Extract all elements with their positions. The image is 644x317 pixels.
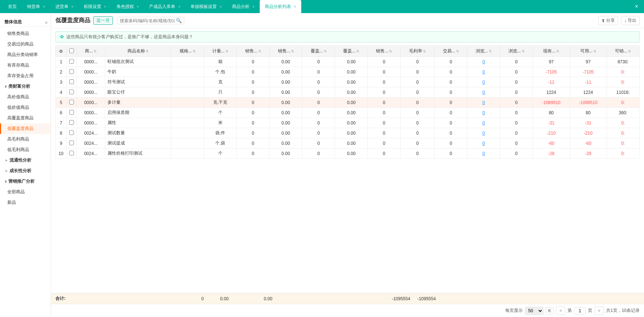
row-checkbox[interactable] xyxy=(69,79,74,84)
col-checkbox[interactable] xyxy=(67,46,77,57)
cell-browse1[interactable]: 0 xyxy=(467,128,500,138)
cell-browse1[interactable]: 0 xyxy=(467,87,500,98)
filter-recent-btn[interactable]: 近一月 xyxy=(93,16,113,25)
cell-browse1[interactable]: 0 xyxy=(467,67,500,77)
sort-icon-sales-qty: ⇅ xyxy=(258,49,261,53)
cell-browse1[interactable]: 0 xyxy=(467,98,500,108)
nav-close-analysis-list[interactable]: × xyxy=(294,5,296,9)
col-browse2[interactable]: 浏览...⇅ xyxy=(500,46,533,57)
row-checkbox[interactable] xyxy=(69,110,74,115)
nav-close-analysis[interactable]: × xyxy=(252,5,255,9)
cell-browse1[interactable]: 0 xyxy=(467,57,500,67)
col-unit[interactable]: 计量...⇅ xyxy=(204,46,237,57)
cell-browse1[interactable]: 0 xyxy=(467,118,500,128)
cell-checkbox[interactable] xyxy=(67,67,77,77)
sidebar-item-all-goods[interactable]: 全部商品 xyxy=(0,187,51,197)
cell-checkbox[interactable] xyxy=(67,118,77,128)
nav-close-permission[interactable]: × xyxy=(104,5,106,9)
cell-browse1[interactable]: 0 xyxy=(467,108,500,118)
nav-close-role[interactable]: × xyxy=(137,5,139,9)
col-browse1[interactable]: 浏览...⇅ xyxy=(467,46,500,57)
sidebar-item-traded-goods[interactable]: 交易过的商品 xyxy=(0,39,51,49)
nav-close-template[interactable]: × xyxy=(220,5,222,9)
sidebar-section-marketing[interactable]: ∨ 营销推广分析 xyxy=(0,176,51,187)
row-checkbox[interactable] xyxy=(69,90,74,94)
nav-item-analysis[interactable]: 商品分析 × xyxy=(227,0,260,13)
nav-item-template[interactable]: 单据模板设置 × xyxy=(185,0,227,13)
row-checkbox[interactable] xyxy=(69,100,74,104)
window-close-btn[interactable]: × xyxy=(632,3,641,10)
sidebar-item-high-value[interactable]: 高价值商品 xyxy=(0,92,51,102)
col-stock2[interactable]: 可用...⇅ xyxy=(570,46,606,57)
col-sales3[interactable]: 销售...⇅ xyxy=(368,46,400,57)
table-container[interactable]: ⚙ 商...⇅ 商品名称⇅ 规格...⇅ 计量...⇅ 销售...⇅ 销售...… xyxy=(55,45,640,293)
sidebar-item-high-profit[interactable]: 高毛利商品 xyxy=(0,134,51,144)
col-cov2[interactable]: 覆盖...⇅ xyxy=(335,46,368,57)
sidebar-section-wealth[interactable]: ∨ 类财富分析 xyxy=(0,81,51,92)
cell-checkbox[interactable] xyxy=(67,98,77,108)
nav-item-role[interactable]: 角色授权 × xyxy=(111,0,144,13)
search-input[interactable] xyxy=(120,18,174,23)
cell-checkbox[interactable] xyxy=(67,77,77,87)
cell-browse1[interactable]: 0 xyxy=(467,148,500,159)
col-name[interactable]: 商品名称⇅ xyxy=(105,46,171,57)
col-settings[interactable]: ⚙ xyxy=(56,46,67,57)
row-checkbox[interactable] xyxy=(69,69,74,74)
row-checkbox[interactable] xyxy=(69,140,74,145)
col-code[interactable]: 商...⇅ xyxy=(77,46,105,57)
nav-item-analysis-list[interactable]: 商品分析列表 × xyxy=(260,0,301,13)
first-page-btn[interactable]: K xyxy=(546,307,554,314)
cell-checkbox[interactable] xyxy=(67,128,77,138)
sidebar-section-circulation[interactable]: ＞ 流通性分析 xyxy=(0,155,51,166)
col-sales-qty[interactable]: 销售...⇅ xyxy=(237,46,270,57)
sidebar-item-new-goods[interactable]: 新品 xyxy=(0,197,51,208)
search-icon[interactable]: 🔍 xyxy=(176,18,182,23)
row-checkbox[interactable] xyxy=(69,151,74,155)
cell-checkbox[interactable] xyxy=(67,138,77,148)
nav-item-purchase[interactable]: 进货单 × xyxy=(50,0,79,13)
sidebar-item-low-coverage[interactable]: 低覆盖度商品 xyxy=(0,123,51,134)
sidebar-item-sales-goods[interactable]: 销售类商品 xyxy=(0,28,51,39)
sidebar-section-growth[interactable]: ＞ 成长性分析 xyxy=(0,166,51,176)
cell-browse1[interactable]: 0 xyxy=(467,138,500,148)
cell-checkbox[interactable] xyxy=(67,148,77,159)
cell-checkbox[interactable] xyxy=(67,87,77,98)
sidebar-item-low-value[interactable]: 低价值商品 xyxy=(0,102,51,113)
cell-stock1: -7105 xyxy=(533,67,570,77)
col-trade[interactable]: 交易...⇅ xyxy=(435,46,467,57)
row-checkbox[interactable] xyxy=(69,130,74,135)
cell-spec xyxy=(171,57,204,67)
tip-icon: ✿ xyxy=(60,34,64,39)
sidebar-item-low-profit[interactable]: 低毛利商品 xyxy=(0,144,51,155)
page-input[interactable] xyxy=(574,307,586,314)
row-checkbox[interactable] xyxy=(69,59,74,64)
nav-close-purchase[interactable]: × xyxy=(71,5,74,9)
cell-checkbox[interactable] xyxy=(67,108,77,118)
col-spec[interactable]: 规格...⇅ xyxy=(171,46,204,57)
nav-item-home[interactable]: 首页 xyxy=(3,0,22,13)
next-page-btn[interactable]: ＞ xyxy=(594,306,604,315)
prev-page-btn[interactable]: ＜ xyxy=(556,306,565,315)
col-cov1[interactable]: 覆盖...⇅ xyxy=(302,46,335,57)
share-btn[interactable]: ⬆ 分享 xyxy=(598,16,618,25)
nav-close-product-in[interactable]: × xyxy=(178,5,180,9)
col-stock1[interactable]: 现有...⇅ xyxy=(533,46,570,57)
select-all-checkbox[interactable] xyxy=(69,48,74,53)
cell-checkbox[interactable] xyxy=(67,57,77,67)
row-checkbox[interactable] xyxy=(69,120,74,125)
per-page-select[interactable]: 50 100 200 xyxy=(525,307,543,315)
sidebar-item-category-turnover[interactable]: 商品分类动销率 xyxy=(0,49,51,60)
sidebar-item-stock-capital[interactable]: 库存资金占用 xyxy=(0,71,51,81)
sidebar-item-with-stock[interactable]: 有库存商品 xyxy=(0,60,51,71)
nav-item-permission[interactable]: 权限设置 × xyxy=(79,0,111,13)
col-sales-amt[interactable]: 销售...⇅ xyxy=(270,46,302,57)
nav-item-sales[interactable]: 销货单 × xyxy=(22,0,50,13)
export-btn[interactable]: ↓ 导出 xyxy=(621,16,640,25)
sidebar-collapse-btn[interactable]: « xyxy=(45,19,48,25)
sidebar-item-high-coverage[interactable]: 高覆盖度商品 xyxy=(0,113,51,123)
cell-browse1[interactable]: 0 xyxy=(467,77,500,87)
col-available[interactable]: 可销...⇅ xyxy=(606,46,639,57)
nav-item-product-in[interactable]: 产成品入库单 × xyxy=(144,0,185,13)
nav-close-sales[interactable]: × xyxy=(43,5,45,9)
col-margin[interactable]: 毛利率⇅ xyxy=(400,46,434,57)
